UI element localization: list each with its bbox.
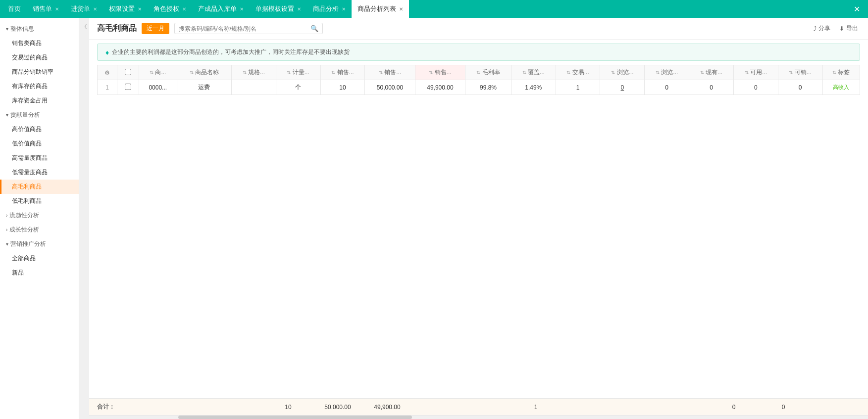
content-area: 高毛利商品 近一月 🔍 ⤴ 分享 ⬇ 导出 ♦ 企业的主要的利润都是这部分商品创…	[89, 18, 868, 419]
cell-sellable: 0	[778, 80, 822, 95]
nav-product-analysis-list[interactable]: 商品分析列表 ✕	[352, 0, 409, 18]
col-sales-amount[interactable]: ⇅ 销售...	[365, 65, 415, 80]
cell-current-stock: 0	[689, 80, 734, 95]
close-analysis-tab[interactable]: ✕	[342, 6, 346, 12]
cell-browse1[interactable]: 0	[600, 80, 645, 95]
share-button[interactable]: ⤴ 分享	[812, 23, 832, 34]
sidebar-item-stock-capital[interactable]: 库存资金占用	[0, 93, 79, 108]
expand-icon-3: ›	[6, 213, 7, 218]
sidebar-item-traded-goods[interactable]: 交易过的商品	[0, 50, 79, 65]
window-close-button[interactable]: ✕	[848, 4, 866, 14]
footer-total-bar: 合计： 10 50,000.00 49,900.00 1 0 0	[89, 398, 868, 415]
sidebar-group-contribution[interactable]: ▾ 贡献量分析	[0, 108, 79, 122]
select-all-checkbox[interactable]	[125, 69, 131, 75]
nav-product-inbound[interactable]: 产成品入库单 ✕	[192, 0, 250, 18]
sidebar-item-distribution-rate[interactable]: 商品分销助销率	[0, 65, 79, 79]
product-table: ⚙ ⇅ 商... ⇅ 商品名称 ⇅ 规格... ⇅ 计量... ⇅ 销售... …	[97, 65, 860, 95]
expand-icon-5: ▾	[6, 241, 8, 247]
search-input[interactable]	[179, 25, 310, 32]
cell-unit: 个	[276, 80, 320, 95]
close-product-inbound-tab[interactable]: ✕	[240, 6, 244, 12]
close-analysis-list-tab[interactable]: ✕	[399, 6, 403, 12]
export-icon: ⬇	[839, 25, 844, 32]
close-roles-tab[interactable]: ✕	[182, 6, 186, 12]
content-header: 高毛利商品 近一月 🔍 ⤴ 分享 ⬇ 导出	[89, 18, 868, 40]
close-sales-tab[interactable]: ✕	[55, 6, 59, 12]
col-name[interactable]: ⇅ 商品名称	[177, 65, 231, 80]
footer-sellable: 0	[764, 404, 803, 411]
sidebar-item-in-stock[interactable]: 有库存的商品	[0, 79, 79, 93]
sidebar-collapse-button[interactable]: 《	[79, 18, 89, 419]
export-button[interactable]: ⬇ 导出	[837, 23, 860, 34]
cell-browse2: 0	[645, 80, 689, 95]
scrollbar-thumb[interactable]	[178, 416, 412, 419]
nav-template-settings[interactable]: 单据模板设置 ✕	[250, 0, 307, 18]
col-trade-count[interactable]: ⇅ 交易...	[556, 65, 600, 80]
cell-code: 0000...	[139, 80, 177, 95]
sidebar-item-sales-goods[interactable]: 销售类商品	[0, 36, 79, 50]
info-icon: ♦	[105, 48, 109, 56]
col-spec[interactable]: ⇅ 规格...	[231, 65, 276, 80]
col-gross-margin[interactable]: ⇅ 毛利率	[465, 65, 511, 80]
footer-available: 0	[714, 404, 754, 411]
sidebar-item-low-value[interactable]: 低价值商品	[0, 137, 79, 151]
col-sales-profit[interactable]: ⇅ 销售...	[415, 65, 465, 80]
col-current-stock[interactable]: ⇅ 现有...	[689, 65, 734, 80]
sidebar-item-high-value[interactable]: 高价值商品	[0, 122, 79, 137]
nav-roles[interactable]: 角色授权 ✕	[148, 0, 192, 18]
footer-label: 合计：	[97, 403, 115, 411]
sidebar-group-growth[interactable]: › 成长性分析	[0, 223, 79, 237]
col-code[interactable]: ⇅ 商...	[139, 65, 177, 80]
col-coverage[interactable]: ⇅ 覆盖...	[511, 65, 556, 80]
sidebar-group-marketing[interactable]: ▾ 营销推广分析	[0, 237, 79, 251]
nav-home[interactable]: 首页	[2, 0, 27, 18]
cell-row-num: 1	[98, 80, 117, 95]
cell-sales-qty: 10	[320, 80, 365, 95]
footer-trade-count: 1	[516, 404, 556, 411]
filter-recent-month-button[interactable]: 近一月	[142, 23, 169, 34]
sidebar-item-new-goods[interactable]: 新品	[0, 266, 79, 280]
sidebar-item-high-margin[interactable]: 高毛利商品	[0, 180, 79, 194]
col-tag[interactable]: ⇅ 标签	[822, 65, 860, 80]
cell-available: 0	[733, 80, 778, 95]
cell-checkbox[interactable]	[117, 80, 139, 95]
cell-trade-count: 1	[556, 80, 600, 95]
page-title: 高毛利商品	[97, 23, 137, 34]
col-browse1[interactable]: ⇅ 浏览...	[600, 65, 645, 80]
close-permissions-tab[interactable]: ✕	[138, 6, 142, 12]
table-row: 1 0000... 运费 个 10 50,000.00 49,900.00 99…	[98, 80, 860, 95]
col-checkbox[interactable]	[117, 65, 139, 80]
sidebar-item-high-demand[interactable]: 高需量度商品	[0, 151, 79, 165]
sidebar-item-low-margin[interactable]: 低毛利商品	[0, 194, 79, 208]
col-settings[interactable]: ⚙	[98, 65, 117, 80]
sidebar-group-trend[interactable]: › 流趋性分析	[0, 208, 79, 223]
search-icon[interactable]: 🔍	[310, 25, 318, 32]
search-box: 🔍	[174, 23, 323, 34]
col-sellable[interactable]: ⇅ 可销...	[778, 65, 822, 80]
close-template-tab[interactable]: ✕	[297, 6, 301, 12]
collapse-icon: 《	[81, 23, 87, 31]
sidebar: ▾ 整体信息 销售类商品 交易过的商品 商品分销助销率 有库存的商品 库存资金占…	[0, 18, 79, 419]
header-actions: ⤴ 分享 ⬇ 导出	[812, 23, 860, 34]
expand-icon-2: ▾	[6, 112, 8, 118]
sidebar-item-all-goods[interactable]: 全部商品	[0, 251, 79, 266]
nav-purchase[interactable]: 进货单 ✕	[65, 0, 103, 18]
col-sales-qty[interactable]: ⇅ 销售...	[320, 65, 365, 80]
table-wrapper: ⚙ ⇅ 商... ⇅ 商品名称 ⇅ 规格... ⇅ 计量... ⇅ 销售... …	[89, 65, 868, 398]
col-available[interactable]: ⇅ 可用...	[733, 65, 778, 80]
sidebar-group-overall[interactable]: ▾ 整体信息	[0, 22, 79, 36]
top-navigation: 首页 销售单 ✕ 进货单 ✕ 权限设置 ✕ 角色授权 ✕ 产成品入库单 ✕ 单据…	[0, 0, 868, 18]
footer-sales-qty: 10	[268, 404, 308, 411]
info-banner: ♦ 企业的主要的利润都是这部分商品创造的，可考虑加大推广，同时关注库存是不要出现…	[97, 44, 860, 61]
bottom-scrollbar[interactable]	[89, 415, 868, 419]
footer-sales-profit: 49,900.00	[367, 404, 407, 411]
close-purchase-tab[interactable]: ✕	[93, 6, 97, 12]
cell-gross-margin: 99.8%	[465, 80, 511, 95]
nav-permissions[interactable]: 权限设置 ✕	[103, 0, 148, 18]
nav-product-analysis[interactable]: 商品分析 ✕	[307, 0, 352, 18]
col-unit[interactable]: ⇅ 计量...	[276, 65, 320, 80]
nav-sales[interactable]: 销售单 ✕	[27, 0, 65, 18]
col-browse2[interactable]: ⇅ 浏览...	[645, 65, 689, 80]
sidebar-item-low-demand[interactable]: 低需量度商品	[0, 165, 79, 180]
row-checkbox[interactable]	[125, 84, 131, 90]
